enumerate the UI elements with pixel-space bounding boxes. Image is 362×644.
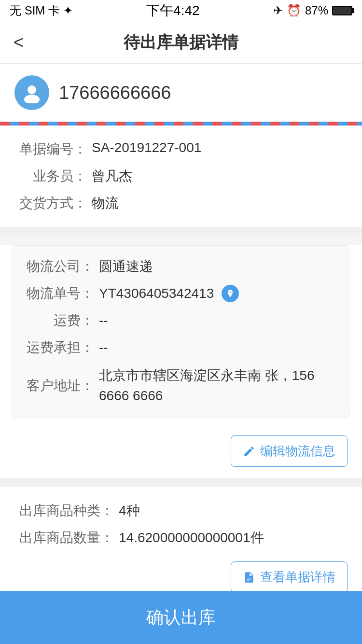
confirm-button[interactable]: 确认出库 bbox=[0, 591, 362, 644]
goods-type-label: 出库商品种类： bbox=[19, 502, 114, 520]
edit-icon bbox=[243, 445, 255, 458]
edit-logistics-row: 编辑物流信息 bbox=[0, 428, 362, 478]
customer-section: 17666666666 bbox=[0, 64, 362, 122]
salesman-value: 曾凡杰 bbox=[92, 167, 343, 185]
avatar bbox=[14, 75, 49, 110]
salesman-label: 业务员： bbox=[19, 167, 87, 185]
document-icon bbox=[243, 571, 255, 584]
address-row: 客户地址： 北京市市辖区海淀区永丰南 张，156 6666 6666 bbox=[27, 365, 335, 406]
section-divider-2 bbox=[0, 478, 362, 487]
status-left: 无 SIM 卡 ✦ bbox=[10, 3, 73, 18]
address-label: 客户地址： bbox=[27, 377, 94, 395]
freight-row: 运费： -- bbox=[27, 311, 335, 330]
freight-value: -- bbox=[99, 313, 335, 328]
map-pin-icon bbox=[225, 289, 235, 298]
goods-quantity-label: 出库商品数量： bbox=[19, 529, 114, 547]
goods-quantity-row: 出库商品数量： 14.620000000000001件 bbox=[19, 529, 343, 547]
delivery-value: 物流 bbox=[92, 194, 343, 212]
goods-type-row: 出库商品种类： 4种 bbox=[19, 502, 343, 520]
dashed-divider bbox=[0, 122, 362, 126]
customer-phone: 17666666666 bbox=[59, 83, 171, 103]
logistics-company-row: 物流公司： 圆通速递 bbox=[27, 257, 335, 276]
logistics-card: 物流公司： 圆通速递 物流单号： YT4306405342413 运费： -- bbox=[12, 245, 350, 418]
svg-point-1 bbox=[24, 95, 40, 103]
location-status-icon: ✈ bbox=[273, 4, 283, 17]
document-number-row: 单据编号： SA-20191227-001 bbox=[19, 140, 343, 158]
status-bar: 无 SIM 卡 ✦ 下午4:42 ✈ ⏰ 87% bbox=[0, 0, 362, 21]
freight-bearer-row: 运费承担： -- bbox=[27, 338, 335, 357]
battery-icon bbox=[332, 6, 352, 15]
edit-logistics-label: 编辑物流信息 bbox=[260, 443, 335, 460]
goods-quantity-value: 14.620000000000001件 bbox=[119, 529, 343, 547]
salesman-row: 业务员： 曾凡杰 bbox=[19, 167, 343, 185]
goods-section: 出库商品种类： 4种 出库商品数量： 14.620000000000001件 bbox=[0, 487, 362, 557]
logistics-tracking-value: YT4306405342413 bbox=[99, 285, 335, 302]
sim-label: 无 SIM 卡 ✦ bbox=[10, 3, 73, 18]
track-location-button[interactable] bbox=[222, 285, 239, 302]
page-title: 待出库单据详情 bbox=[124, 31, 238, 54]
section-divider-1 bbox=[0, 227, 362, 236]
battery-percent: 87% bbox=[305, 4, 328, 17]
nav-bar: < 待出库单据详情 bbox=[0, 21, 362, 64]
user-icon bbox=[21, 82, 42, 103]
back-button[interactable]: < bbox=[14, 32, 24, 53]
alarm-icon: ⏰ bbox=[287, 4, 301, 17]
view-details-label: 查看单据详情 bbox=[260, 569, 335, 586]
logistics-company-value: 圆通速递 bbox=[99, 257, 335, 276]
document-number-value: SA-20191227-001 bbox=[92, 140, 343, 155]
logistics-tracking-row: 物流单号： YT4306405342413 bbox=[27, 284, 335, 303]
logistics-section: 物流公司： 圆通速递 物流单号： YT4306405342413 运费： -- bbox=[0, 245, 362, 478]
svg-point-0 bbox=[28, 85, 36, 94]
logistics-tracking-label: 物流单号： bbox=[27, 284, 94, 303]
delivery-label: 交货方式： bbox=[19, 194, 87, 212]
address-value: 北京市市辖区海淀区永丰南 张，156 6666 6666 bbox=[99, 365, 335, 406]
freight-bearer-label: 运费承担： bbox=[27, 338, 94, 357]
status-right: ✈ ⏰ 87% bbox=[273, 4, 352, 17]
confirm-label: 确认出库 bbox=[146, 606, 216, 630]
document-number-label: 单据编号： bbox=[19, 140, 87, 158]
tracking-number-text: YT4306405342413 bbox=[99, 286, 214, 301]
edit-logistics-button[interactable]: 编辑物流信息 bbox=[231, 435, 348, 467]
goods-type-value: 4种 bbox=[119, 502, 343, 520]
freight-label: 运费： bbox=[27, 311, 94, 330]
status-time: 下午4:42 bbox=[146, 1, 200, 20]
delivery-row: 交货方式： 物流 bbox=[19, 194, 343, 212]
logistics-company-label: 物流公司： bbox=[27, 257, 94, 276]
content-area: 17666666666 单据编号： SA-20191227-001 业务员： 曾… bbox=[0, 64, 362, 644]
freight-bearer-value: -- bbox=[99, 340, 335, 355]
document-info-section: 单据编号： SA-20191227-001 业务员： 曾凡杰 交货方式： 物流 bbox=[0, 126, 362, 227]
view-details-button[interactable]: 查看单据详情 bbox=[231, 561, 348, 593]
